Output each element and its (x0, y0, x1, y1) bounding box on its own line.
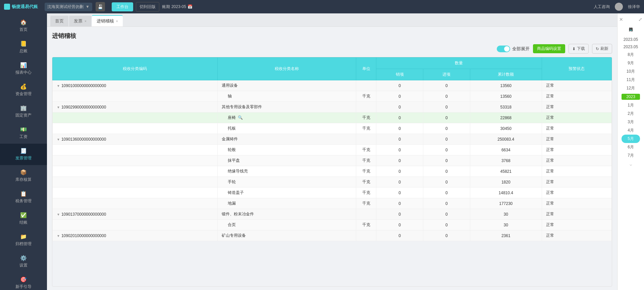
table-cell-warning: 正常 (542, 155, 611, 166)
sidebar-label-reports: 报表中心 (15, 70, 32, 75)
table-cell-unit (356, 80, 376, 91)
search-icon[interactable]: 🔍 (238, 115, 243, 120)
period-item[interactable]: 4月 (622, 126, 640, 135)
collapse-icon[interactable]: ▼ (57, 234, 60, 238)
sidebar-item-home[interactable]: 🏠 首页 (0, 15, 47, 37)
download-icon: ⬇ (572, 47, 576, 51)
refresh-icon: ↻ (596, 47, 599, 51)
sidebar-label-guide: 新手引导 (15, 284, 32, 290)
sidebar-label-funds: 资金管理 (15, 91, 32, 97)
reports-icon: 📊 (20, 62, 27, 68)
user-avatar (615, 3, 623, 11)
table-cell-unit: 千克 (356, 166, 376, 177)
table-cell-sales: 0 (376, 102, 423, 113)
sidebar-item-assets[interactable]: 🏢 固定资产 (0, 101, 47, 122)
table-cell-unit: 千克 (356, 177, 376, 188)
expand-toggle[interactable] (497, 46, 510, 52)
sidebar-item-funds[interactable]: 💰 资金管理 (0, 79, 47, 101)
calendar-icon[interactable]: 📅 (187, 4, 193, 9)
table-cell-sales: 0 (376, 220, 423, 230)
period-info: 账期 2023-05 📅 (162, 4, 193, 10)
table-cell-purchase: 0 (423, 123, 470, 134)
table-cell-name: 其他专用设备及零部件 (217, 102, 356, 113)
tab-invoice-close[interactable]: × (85, 19, 87, 23)
tab-invoice[interactable]: 发票 × (69, 16, 91, 26)
sidebar-item-invoice[interactable]: 🧾 发票管理 (0, 144, 47, 165)
collapse-icon[interactable]: ▼ (57, 105, 60, 109)
company-arrow-icon: ▼ (86, 4, 90, 9)
table-cell-warning: 正常 (542, 145, 611, 155)
sidebar-label-checkout: 结账 (19, 220, 28, 225)
sidebar-item-salary[interactable]: 💵 工资 (0, 122, 47, 144)
table-cell-name: 地漏 (217, 198, 356, 209)
period-item[interactable]: 2月 (622, 110, 640, 118)
period-item[interactable]: 6月 (622, 143, 640, 151)
switch-old-button[interactable]: 切到旧版 (136, 2, 159, 12)
period-item[interactable]: 8月 (622, 51, 640, 59)
period-item[interactable]: 1月 (622, 101, 640, 110)
table-cell-cumulative: 30 (470, 220, 542, 230)
table-cell-warning: 正常 (542, 188, 611, 198)
table-cell-unit: 千克 (356, 113, 376, 123)
sidebar-item-guide[interactable]: 🎯 新手引导 (0, 272, 47, 290)
table-cell-name: 锻件、粉末冶金件 (217, 209, 356, 220)
table-cell-sales: 0 (376, 155, 423, 166)
period-item[interactable]: 11月 (622, 76, 640, 84)
sidebar-item-inventory[interactable]: 📦 库存核算 (0, 165, 47, 187)
period-item[interactable]: 2023.05 (622, 36, 640, 43)
table-cell-sales: 0 (376, 80, 423, 91)
main-layout: 🏠 首页 📒 总账 📊 报表中心 💰 资金管理 🏢 固定资产 💵 工资 🧾 发票… (0, 13, 644, 290)
user-name: 徐泽华 (628, 4, 640, 10)
save-button[interactable]: 💾 (96, 2, 105, 11)
support-link[interactable]: 人工咨询 (594, 4, 610, 10)
table-cell-warning: 正常 (542, 220, 611, 230)
sidebar-item-checkout[interactable]: ✅ 结账 (0, 208, 47, 229)
period-scroll-down[interactable]: ⌄ (629, 161, 633, 167)
tab-reconcile-close[interactable]: × (116, 19, 118, 23)
period-item[interactable]: 12月 (622, 84, 640, 92)
table-cell-sales: 0 (376, 166, 423, 177)
sidebar-item-reports[interactable]: 📊 报表中心 (0, 58, 47, 79)
period-item[interactable]: 5月 (622, 135, 640, 143)
col-cumulative: 累计数额 (470, 69, 542, 80)
right-panel-close-button[interactable]: ✕ (619, 17, 623, 22)
table-cell-name: 座椅🔍 (217, 113, 356, 123)
table-cell-code (53, 166, 218, 177)
collapse-icon[interactable]: ▼ (57, 138, 60, 141)
collapse-icon[interactable]: ▼ (57, 84, 60, 88)
workbench-button[interactable]: 工作台 (112, 2, 133, 11)
period-item[interactable]: 9月 (622, 59, 640, 67)
period-item[interactable]: 3月 (622, 118, 640, 126)
table-cell-sales: 0 (376, 177, 423, 188)
right-panel-expand-button[interactable]: ⤢ (638, 17, 642, 22)
sidebar-item-ledger[interactable]: 📒 总账 (0, 37, 47, 58)
sidebar-label-salary: 工资 (19, 134, 28, 140)
download-button[interactable]: ⬇ 下载 (569, 44, 589, 54)
assets-icon: 🏢 (20, 105, 27, 111)
product-code-button[interactable]: 商品编码设置 (533, 44, 565, 53)
sidebar-label-inventory: 库存核算 (15, 177, 32, 183)
table-cell-purchase: 0 (423, 102, 470, 113)
table-cell-warning: 正常 (542, 123, 611, 134)
tab-home[interactable]: 首页 (50, 16, 68, 26)
company-selector[interactable]: 沈海英测试经营勿删 ▼ (45, 3, 92, 11)
sidebar-item-archive[interactable]: 📁 归档管理 (0, 229, 47, 251)
table-cell-sales: 0 (376, 134, 423, 145)
period-item[interactable]: 7月 (622, 151, 640, 160)
collapse-icon[interactable]: ▼ (57, 213, 60, 216)
refresh-button[interactable]: ↻ 刷新 (592, 44, 612, 54)
table-cell-code (53, 123, 218, 134)
ledger-icon: 📒 (20, 41, 27, 47)
tab-reconcile[interactable]: 进销稽核 × (92, 15, 123, 26)
period-item[interactable]: 2023.05 (622, 43, 640, 51)
sidebar-item-settings[interactable]: ⚙️ 设置 (0, 251, 47, 272)
table-cell-sales: 0 (376, 188, 423, 198)
funds-icon: 💰 (20, 83, 27, 90)
period-item[interactable]: 10月 (622, 67, 640, 76)
top-bar: 畅捷通易代账 沈海英测试经营勿删 ▼ 💾 工作台 切到旧版 账期 2023-05… (0, 0, 644, 13)
table-cell-cumulative: 53318 (470, 102, 542, 113)
sidebar-label-invoice: 发票管理 (15, 155, 32, 161)
table-cell-code (53, 91, 218, 102)
period-scroll-up[interactable]: ⌃ (629, 28, 633, 35)
sidebar-item-tax[interactable]: 📋 税务管理 (0, 187, 47, 208)
